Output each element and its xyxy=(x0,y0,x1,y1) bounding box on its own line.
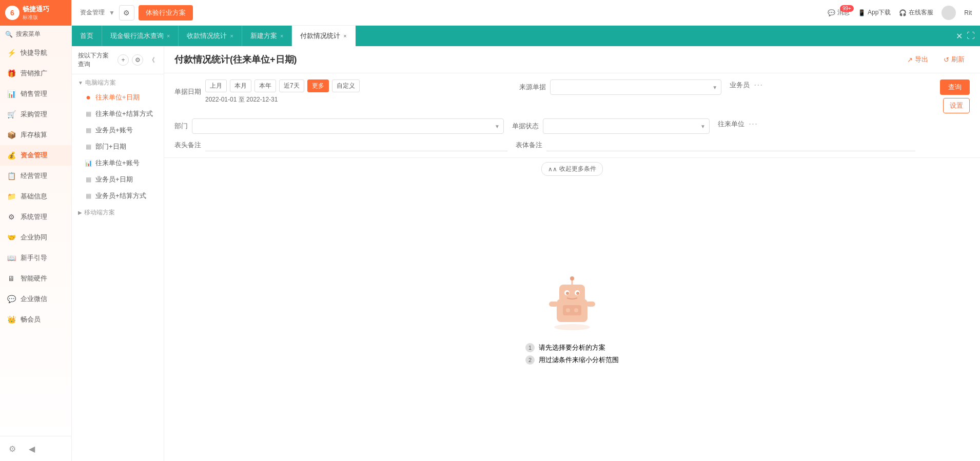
sidebar-item-basic-info[interactable]: 📁 基础信息 xyxy=(0,186,71,207)
sidebar-settings-btn[interactable]: ⚙ xyxy=(5,442,19,456)
filter-staff: 业务员 ··· xyxy=(730,79,932,90)
sidebar-item-operations[interactable]: 📋 经营管理 xyxy=(0,166,71,186)
scheme-item-staff-settle[interactable]: ▦ 业务员+结算方式 xyxy=(72,188,164,204)
sidebar-item-label: 营销推广 xyxy=(21,69,47,78)
sidebar-item-hardware[interactable]: 🖥 智能硬件 xyxy=(0,268,71,289)
sidebar-nav: ⚡ 快捷导航 🎁 营销推广 📊 销售管理 🛒 采购管理 📦 库存核算 💰 资金管… xyxy=(0,43,71,436)
sidebar-item-quick-nav[interactable]: ⚡ 快捷导航 xyxy=(0,43,71,63)
scheme-collapse-btn[interactable]: 《 xyxy=(146,54,158,66)
scheme-item-label: 往来单位+账号 xyxy=(95,158,140,168)
scheme-item-unit-settle[interactable]: ▦ 往来单位+结算方式 xyxy=(72,106,164,122)
date-btn-custom[interactable]: 自定义 xyxy=(332,79,360,92)
scheme-mobile-section: ▶ 移动端方案 xyxy=(72,204,164,219)
filter-voucher-status-box[interactable] xyxy=(543,118,710,134)
sidebar-item-purchase[interactable]: 🛒 采购管理 xyxy=(0,104,71,125)
filter-table-head-note-input[interactable] xyxy=(205,139,507,151)
tab-new-scheme[interactable]: 新建方案 × xyxy=(242,26,292,46)
sidebar-item-capital[interactable]: 💰 资金管理 xyxy=(0,145,71,166)
page-title: 付款情况统计(往来单位+日期) xyxy=(174,53,297,66)
sidebar-item-inventory[interactable]: 📦 库存核算 xyxy=(0,125,71,145)
sidebar-item-label: 新手引导 xyxy=(21,253,47,263)
scheme-item-unit-account[interactable]: 📊 往来单位+账号 xyxy=(72,155,164,171)
quick-nav-icon: ⚡ xyxy=(6,48,16,58)
tab-bank-flow-close[interactable]: × xyxy=(167,33,170,39)
topbar-service-btn[interactable]: 🎧 在线客服 xyxy=(899,8,933,17)
filter-source-box[interactable] xyxy=(550,79,721,95)
tab-close-all-btn[interactable]: ✕ xyxy=(956,31,963,41)
filter-dept-arrow: ▼ xyxy=(495,124,500,129)
svg-point-12 xyxy=(566,308,570,312)
tab-receipt-stats-close[interactable]: × xyxy=(230,33,233,39)
sidebar-item-wechat[interactable]: 💬 企业微信 xyxy=(0,289,71,309)
message-icon: 💬 xyxy=(828,9,835,16)
refresh-btn[interactable]: ↺ 刷新 xyxy=(938,52,970,67)
tab-payment-stats[interactable]: 付款情况统计 × xyxy=(292,26,355,46)
filter-staff-dots[interactable]: ··· xyxy=(754,79,763,90)
filter-voucher-status-select[interactable]: ▼ xyxy=(543,118,710,134)
scheme-item-staff-account[interactable]: ▦ 业务员+账号 xyxy=(72,122,164,138)
topbar-breadcrumb: 资金管理 xyxy=(80,8,105,17)
filter-unit-dots[interactable]: ··· xyxy=(749,118,758,129)
scheme-item-unit-date[interactable]: ● 往来单位+日期 xyxy=(72,89,164,106)
sidebar-item-enterprise[interactable]: 🤝 企业协同 xyxy=(0,227,71,248)
scheme-settings-btn[interactable]: ⚙ xyxy=(132,54,143,66)
search-menu[interactable]: 🔍 搜索菜单 xyxy=(0,26,71,43)
sidebar-item-system[interactable]: ⚙ 系统管理 xyxy=(0,207,71,227)
trial-btn[interactable]: 体验行业方案 xyxy=(139,5,193,21)
tab-receipt-stats[interactable]: 收款情况统计 × xyxy=(179,26,242,46)
tab-new-scheme-close[interactable]: × xyxy=(280,33,283,39)
tab-expand-btn[interactable]: ⛶ xyxy=(967,31,975,41)
app-label: App下载 xyxy=(868,8,891,17)
tab-new-scheme-label: 新建方案 xyxy=(250,31,277,41)
date-btn-this-month[interactable]: 本月 xyxy=(230,79,251,92)
tab-payment-stats-close[interactable]: × xyxy=(343,33,346,39)
tab-bank-flow[interactable]: 现金银行流水查询 × xyxy=(102,26,179,46)
collapse-btn[interactable]: ∧∧ 收起更多条件 xyxy=(541,162,603,176)
operations-icon: 📋 xyxy=(6,171,16,181)
topbar-username[interactable]: Rit xyxy=(964,9,972,16)
query-btn[interactable]: 查询 xyxy=(940,79,970,95)
scheme-item-dept-date[interactable]: ▦ 部门+日期 xyxy=(72,138,164,155)
date-btn-more[interactable]: 更多 xyxy=(307,79,329,92)
sidebar-item-guide[interactable]: 📖 新手引导 xyxy=(0,248,71,268)
refresh-label: 刷新 xyxy=(951,55,965,64)
scheme-add-btn[interactable]: + xyxy=(117,54,129,66)
topbar-gear-btn[interactable]: ⚙ xyxy=(119,5,134,21)
filter-dept-box[interactable] xyxy=(192,118,504,134)
sidebar-item-label: 智能硬件 xyxy=(21,274,47,283)
scheme-desktop-toggle[interactable]: ▼ xyxy=(78,80,83,86)
filter-table-body-note-input[interactable] xyxy=(546,139,915,151)
sidebar-collapse-btn[interactable]: ◀ xyxy=(25,442,39,456)
system-icon: ⚙ xyxy=(6,212,16,222)
date-btn-last-month[interactable]: 上月 xyxy=(205,79,227,92)
tab-receipt-stats-label: 收款情况统计 xyxy=(187,31,227,41)
topbar-message-btn[interactable]: 💬 消息 99+ xyxy=(828,8,850,17)
sidebar-item-sales[interactable]: 📊 销售管理 xyxy=(0,84,71,104)
filter-voucher-status: 单据状态 ▼ xyxy=(512,118,710,134)
sidebar-logo: 6 畅捷通巧 标准版 xyxy=(0,0,71,26)
scheme-desktop-section: ▼ 电脑端方案 xyxy=(72,74,164,89)
topbar-avatar xyxy=(942,6,956,20)
filter-source-select[interactable]: ▼ xyxy=(550,79,721,95)
scheme-mobile-toggle[interactable]: ▶ xyxy=(78,210,82,215)
scheme-item-icon: ▦ xyxy=(84,110,92,118)
sidebar-item-label: 采购管理 xyxy=(21,110,47,119)
search-icon: 🔍 xyxy=(5,31,13,38)
sidebar-item-label: 畅会员 xyxy=(21,315,41,324)
scheme-item-label: 业务员+结算方式 xyxy=(95,191,146,201)
sidebar-item-member[interactable]: 👑 畅会员 xyxy=(0,309,71,330)
filter-dept-select[interactable]: ▼ xyxy=(192,118,504,134)
empty-hints: 1 请先选择要分析的方案 2 用过滤条件来缩小分析范围 xyxy=(525,343,619,368)
export-btn[interactable]: ↗ 导出 xyxy=(902,52,933,67)
date-btn-this-year[interactable]: 本年 xyxy=(254,79,276,92)
main-area: 资金管理 ▼ ⚙ 体验行业方案 💬 消息 99+ 📱 App下载 🎧 在线客服 … xyxy=(72,0,980,461)
tabbar: 首页 现金银行流水查询 × 收款情况统计 × 新建方案 × 付款情况统计 × ✕… xyxy=(72,26,980,46)
date-btn-last-7-days[interactable]: 近7天 xyxy=(279,79,304,92)
scheme-item-staff-date[interactable]: ▦ 业务员+日期 xyxy=(72,171,164,188)
scheme-item-active-icon: ● xyxy=(84,93,92,102)
svg-point-5 xyxy=(566,292,569,295)
topbar-app-btn[interactable]: 📱 App下载 xyxy=(858,8,891,17)
sidebar-item-marketing[interactable]: 🎁 营销推广 xyxy=(0,63,71,84)
tab-home[interactable]: 首页 xyxy=(72,26,102,46)
settings-btn[interactable]: 设置 xyxy=(943,98,970,113)
